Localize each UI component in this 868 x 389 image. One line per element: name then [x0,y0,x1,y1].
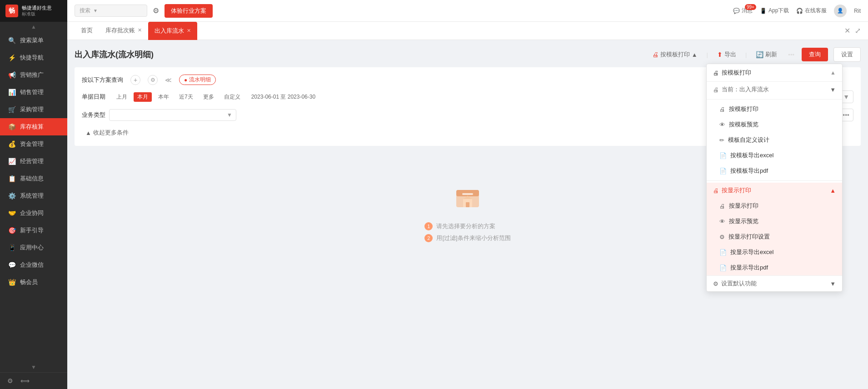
trial-btn[interactable]: 体验行业方案 [165,4,213,18]
dp-item-display-pdf[interactable]: 📄 按显示导出pdf [707,260,842,275]
sidebar-item-operations[interactable]: 📈 经营管理 [0,153,67,170]
dp-active-section-arrow[interactable]: ▲ [830,187,836,194]
sidebar-item-inventory[interactable]: 📦 库存核算 [0,118,67,135]
sidebar-label-partner: 企业协同 [20,209,44,217]
message-btn[interactable]: 💬 消息 99+ [733,7,753,15]
dp-template-pdf-icon: 📄 [719,168,727,175]
page-actions: 🖨 按模板打印 ▲ | ⬆ 导出 | 🔄 刷新 ••• 查询 设置 [649,47,861,62]
dp-item-template-excel[interactable]: 📄 按模板导出excel [707,148,842,163]
sidebar-icon-search: 🔍 [7,37,16,44]
dp-item-template-custom[interactable]: ✏ 模板自定义设计 [707,132,842,148]
dp-template-excel-label: 按模板导出excel [730,151,773,160]
settings-btn[interactable]: 设置 [833,47,861,62]
dp-header-arrow[interactable]: ▲ [830,70,836,76]
sidebar-icon-inventory: 📦 [7,123,16,130]
dp-template-custom-icon: ✏ [719,137,724,144]
dp-footer[interactable]: ⚙ 设置默认功能 ▼ [707,275,842,291]
logo-version: 标准版 [22,11,52,17]
filter-collapse-btn[interactable]: ≪ [165,76,172,84]
dp-footer-icon: ⚙ [713,280,718,287]
sidebar-item-purchase[interactable]: 🛒 采购管理 [0,101,67,118]
expand-icon[interactable]: ⟺ [20,377,30,384]
sidebar-item-basic[interactable]: 📋 基础信息 [0,170,67,187]
close-window-btn[interactable]: ✕ [844,26,850,35]
warehouse-more-icon: ••• [843,111,849,119]
biz-type-dropdown-icon: ▼ [227,112,232,118]
dp-display-settings-label: 按显示打印设置 [728,233,770,241]
date-prev-month[interactable]: 上月 [113,92,131,102]
sidebar-icon-system: ⚙️ [7,192,16,199]
sidebar-item-system[interactable]: ⚙️ 系统管理 [0,187,67,204]
sidebar-item-finance[interactable]: 💰 资金管理 [0,135,67,153]
sidebar-item-wechat[interactable]: 💬 企业微信 [0,256,67,274]
dp-item-template-print[interactable]: 🖨 按模板打印 [707,101,842,117]
export-label: 导出 [724,50,736,59]
sidebar-label-system: 系统管理 [20,192,44,200]
dp-display-pdf-icon: 📄 [719,264,727,271]
date-this-month[interactable]: 本月 [134,92,152,102]
biz-type-select[interactable]: ▼ [109,109,236,121]
sidebar-item-quick-nav[interactable]: ⚡ 快捷导航 [0,49,67,66]
tab-flow[interactable]: 出入库流水 ✕ [148,22,197,40]
dp-item-display-preview[interactable]: 👁 按显示预览 [707,214,842,229]
sidebar-item-search[interactable]: 🔍 搜索菜单 [0,32,67,49]
dp-active-section-header[interactable]: 🖨 按显示打印 ▲ [707,183,842,198]
filter-add-btn[interactable]: + [130,75,140,85]
date-more[interactable]: 更多 [200,92,218,102]
sidebar-icon-purchase: 🛒 [7,106,16,113]
dp-item-display-print[interactable]: 🖨 按显示打印 [707,198,842,214]
dp-item-template-preview[interactable]: 👁 按模板预览 [707,117,842,132]
filter-flow-tag[interactable]: ● 流水明细 [179,75,216,85]
scroll-down-arrow[interactable]: ▼ [0,362,67,372]
sidebar-item-marketing[interactable]: 📢 营销推广 [0,66,67,84]
sidebar-icon-wechat: 💬 [7,261,16,269]
content-area: 出入库流水(流水明细) 🖨 按模板打印 ▲ | ⬆ 导出 | 🔄 刷新 ••• [67,40,868,389]
svg-rect-5 [466,202,469,207]
action-divider-1: | [707,51,708,58]
sidebar-icon-operations: 📈 [7,158,16,165]
dp-template-custom-label: 模板自定义设计 [728,136,769,144]
step-2-num: 2 [424,234,433,242]
tab-batch-account[interactable]: 库存批次账 ✕ [99,22,148,40]
sidebar-logo: 畅 畅捷通好生意 标准版 [0,0,67,22]
query-btn[interactable]: 查询 [802,48,828,61]
filter-more-btn[interactable]: ▲ 收起更多条件 [82,127,132,139]
topbar-gear-icon[interactable]: ⚙ [153,6,159,15]
tab-home[interactable]: 首页 [75,22,99,40]
template-print-btn[interactable]: 🖨 按模板打印 ▲ [649,49,701,60]
scroll-up-arrow[interactable]: ▲ [0,22,67,32]
sidebar-item-vip[interactable]: 👑 畅会员 [0,274,67,291]
dp-current-arrow[interactable]: ▼ [830,86,836,93]
settings-icon[interactable]: ⚙ [7,377,13,384]
sidebar-label-search: 搜索菜单 [20,36,44,45]
refresh-btn[interactable]: 🔄 刷新 [752,49,781,60]
step-1-num: 1 [424,222,433,230]
tab-home-label: 首页 [81,26,93,35]
export-btn[interactable]: ⬆ 导出 [713,49,740,60]
date-this-year[interactable]: 本年 [155,92,173,102]
sidebar-label-guide: 新手引导 [20,226,44,234]
dp-template-print-label: 按模板打印 [729,105,758,113]
dp-item-display-excel[interactable]: 📄 按显示导出excel [707,244,842,260]
topbar-search[interactable]: 搜索 ▼ [75,5,147,17]
dp-display-print-label: 按显示打印 [729,202,758,210]
online-service-btn[interactable]: 🎧 在线客服 [796,7,827,15]
filter-settings-btn[interactable]: ⚙ [148,75,158,85]
sidebar-item-partner[interactable]: 🤝 企业协同 [0,204,67,222]
app-download-btn[interactable]: 📱 App下载 [760,7,789,15]
dp-item-display-print-settings[interactable]: ⚙ 按显示打印设置 [707,229,842,244]
tab-flow-close[interactable]: ✕ [187,28,191,34]
sidebar-item-guide[interactable]: 🎯 新手引导 [0,222,67,239]
expand-window-btn[interactable]: ⤢ [855,26,861,35]
tab-batch-account-close[interactable]: ✕ [138,27,142,33]
date-recent-7[interactable]: 近7天 [175,92,197,102]
sidebar-label-marketing: 营销推广 [20,71,44,79]
refresh-icon: 🔄 [756,51,763,58]
date-custom[interactable]: 自定义 [220,92,244,102]
dp-item-template-pdf[interactable]: 📄 按模板导出pdf [707,163,842,179]
sidebar-item-app-center[interactable]: 📱 应用中心 [0,239,67,256]
avatar[interactable]: 👤 [834,5,847,17]
topbar: 搜索 ▼ ⚙ 体验行业方案 💬 消息 99+ 📱 App下载 🎧 在线客服 👤 … [67,0,868,22]
sidebar-item-sales[interactable]: 📊 销售管理 [0,84,67,101]
dp-header: 🖨 按模板打印 ▲ [707,64,842,82]
